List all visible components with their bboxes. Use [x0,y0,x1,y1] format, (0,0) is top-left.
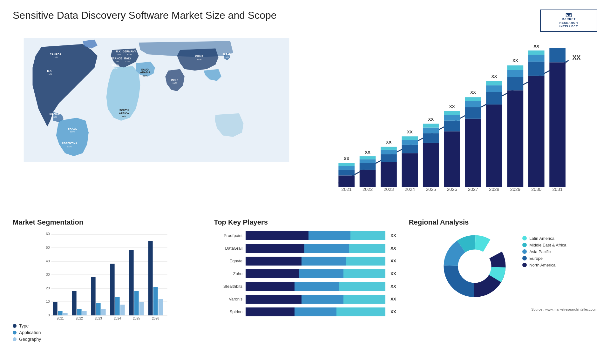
svg-rect-132 [159,299,163,315]
svg-text:10: 10 [46,300,50,303]
donut-container [440,231,510,301]
svg-text:xx%: xx% [122,115,126,118]
svg-text:xx%: xx% [117,53,121,56]
reg-legend-apac: Asia Pacific [522,249,566,254]
source-text: Source : www.marketresearchintellect.com [531,307,597,311]
player-bar [246,307,385,316]
svg-rect-72 [486,104,502,187]
latin-america-label: Latin America [529,236,554,241]
svg-rect-115 [53,302,58,315]
legend-application: Application [13,330,201,335]
svg-text:60: 60 [46,232,50,236]
reg-legend-europe: Europe [522,256,566,261]
svg-text:2023: 2023 [383,187,394,192]
svg-rect-127 [129,250,134,315]
svg-text:CHINA: CHINA [195,55,203,58]
bar-seg-mid [308,231,350,240]
player-name: Varonis [214,297,242,301]
svg-rect-47 [381,162,397,187]
svg-text:U.K.: U.K. [116,50,121,53]
svg-text:XX: XX [428,117,434,122]
player-row: Varonis XX [214,295,396,304]
svg-rect-80 [507,65,524,70]
page-title: Sensitive Data Discovery Software Market… [13,10,277,21]
svg-text:xx%: xx% [67,145,72,148]
svg-text:30: 30 [46,273,50,276]
svg-rect-59 [423,128,439,133]
svg-text:2023: 2023 [95,317,102,320]
svg-text:xx%: xx% [225,56,229,59]
svg-text:U.S.: U.S. [47,70,52,73]
svg-text:0: 0 [48,313,50,317]
legend-geography: Geography [13,337,201,342]
player-bar [246,244,385,253]
svg-text:XX: XX [573,54,581,61]
svg-rect-55 [402,136,418,140]
player-row: Stealthbits XX [214,282,396,291]
donut-svg [440,231,510,301]
svg-rect-39 [338,166,355,170]
player-value: XX [390,233,396,238]
regional-wrapper: Latin America Middle East & Africa Asia … [440,231,566,301]
player-list: Proofpoint XX DataGrail [214,231,396,316]
seg-chart-svg: 0 10 20 30 40 50 60 [13,231,201,320]
geography-dot [13,337,17,341]
svg-rect-120 [82,311,87,315]
svg-text:XX: XX [491,74,497,79]
svg-rect-63 [444,121,460,131]
legend-type-label: Type [19,323,29,328]
europe-label: Europe [529,256,543,261]
svg-rect-78 [507,77,524,90]
svg-rect-38 [338,170,355,175]
svg-rect-116 [58,311,63,315]
player-bar-container [246,282,385,291]
svg-rect-128 [134,291,139,315]
svg-rect-73 [486,92,502,104]
svg-text:ARABIA: ARABIA [140,71,150,74]
segmentation-section: Market Segmentation 0 10 20 30 40 50 60 [13,218,201,342]
player-row: DataGrail XX [214,244,396,253]
svg-text:2021: 2021 [342,187,352,192]
svg-text:2021: 2021 [57,317,64,320]
logo-icon [561,13,577,17]
logo-text: MARKETRESEARCHINTELLECT [559,17,578,29]
svg-text:xx%: xx% [127,53,132,56]
player-value: XX [390,246,396,251]
svg-text:2027: 2027 [468,187,478,192]
player-bar [246,295,385,304]
player-bar-container [246,295,385,304]
svg-rect-43 [360,163,376,170]
player-value: XX [390,284,396,289]
svg-rect-131 [153,287,158,315]
application-dot [13,331,17,334]
svg-text:xx%: xx% [173,82,177,84]
growth-chart-svg: XX XX XX XX XX [319,44,588,199]
svg-rect-83 [528,62,545,76]
apac-dot [522,249,527,254]
svg-text:BRAZIL: BRAZIL [68,127,78,130]
svg-text:XX: XX [449,104,455,109]
donut-center [458,250,491,283]
svg-text:SPAIN: SPAIN [111,64,119,67]
svg-text:2026: 2026 [152,317,159,320]
svg-rect-126 [120,305,125,315]
svg-text:xx%: xx% [114,60,119,63]
player-bar-container [246,269,385,278]
svg-rect-124 [110,264,115,315]
svg-rect-54 [402,140,418,145]
seg-chart: 0 10 20 30 40 50 60 [13,231,201,320]
svg-rect-85 [528,51,545,55]
seg-legend: Type Application Geography [13,323,201,342]
svg-text:INDIA: INDIA [171,78,179,82]
svg-text:XX: XX [512,58,518,63]
apac-label: Asia Pacific [529,249,551,254]
svg-rect-121 [91,277,96,315]
svg-rect-84 [528,55,545,62]
player-value: XX [390,297,396,301]
svg-text:50: 50 [46,246,50,249]
reg-legend-latin: Latin America [522,236,566,241]
svg-rect-130 [148,241,153,315]
player-name: Spirion [214,309,242,314]
svg-text:XX: XX [407,130,413,134]
svg-text:2022: 2022 [363,187,373,192]
